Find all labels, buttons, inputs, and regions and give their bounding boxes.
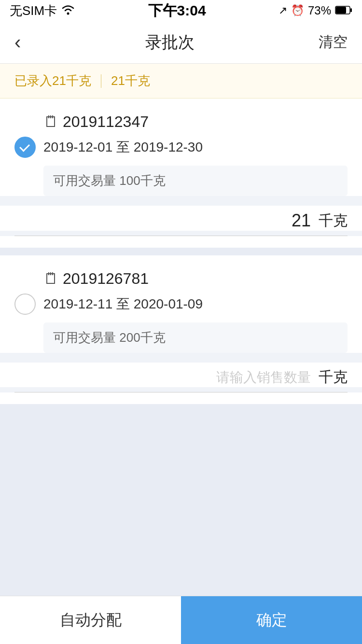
batch1-id-row: 🗒 2019112347 — [14, 113, 348, 131]
batch1-quantity: 21 — [292, 210, 311, 231]
alarm-icon: ⏰ — [291, 4, 304, 17]
section-divider — [0, 248, 362, 255]
gray-area — [0, 404, 362, 607]
batch1-date: 2019-12-01 至 2019-12-30 — [43, 138, 203, 156]
batch2-input-placeholder: 请输入销售数量 — [216, 368, 311, 387]
summary-divider — [101, 74, 101, 88]
clear-button[interactable]: 清空 — [319, 32, 348, 52]
battery-text: 73% — [308, 4, 331, 17]
batch2-date: 2019-12-11 至 2020-01-09 — [43, 295, 203, 313]
svg-rect-2 — [336, 7, 346, 14]
batch2-id: 2019126781 — [63, 270, 149, 288]
svg-rect-3 — [350, 8, 352, 12]
summary-value: 21千克 — [111, 72, 150, 89]
batch1-date-row[interactable]: 2019-12-01 至 2019-12-30 — [14, 137, 348, 158]
summary-bar: 已录入21千克 21千克 — [0, 64, 362, 98]
batch1-icon: 🗒 — [43, 113, 59, 131]
page-title: 录批次 — [145, 31, 195, 54]
batch2-unit: 千克 — [319, 367, 348, 387]
batch1-radio[interactable] — [14, 137, 36, 158]
batch1-quantity-area: 21 千克 — [0, 206, 362, 231]
sim-text: 无SIM卡 — [10, 2, 57, 19]
batch2-available: 可用交易量 200千克 — [43, 322, 348, 353]
batch2-radio[interactable] — [14, 294, 36, 315]
batch1-id: 2019112347 — [63, 113, 149, 131]
batch2-spacer — [0, 392, 362, 404]
batch2-date-row[interactable]: 2019-12-11 至 2020-01-09 — [14, 294, 348, 315]
batch-card-2: 🗒 2019126781 2019-12-11 至 2020-01-09 可用交… — [0, 255, 362, 353]
wifi-icon — [61, 3, 75, 18]
batch1-spacer — [0, 236, 362, 248]
batch2-icon: 🗒 — [43, 270, 59, 288]
entered-label: 已录入21千克 — [14, 72, 91, 89]
status-bar: 无SIM卡 下午3:04 ↗ ⏰ 73% — [0, 0, 362, 21]
batch1-available: 可用交易量 100千克 — [43, 166, 348, 196]
status-time: 下午3:04 — [148, 1, 206, 21]
batch1-unit: 千克 — [319, 211, 348, 231]
battery-icon — [335, 4, 352, 17]
location-icon: ↗ — [278, 4, 287, 17]
confirm-button[interactable]: 确定 — [181, 596, 362, 644]
batch-card-1: 🗒 2019112347 2019-12-01 至 2019-12-30 可用交… — [0, 98, 362, 196]
svg-point-0 — [67, 12, 70, 14]
back-button[interactable]: ‹ — [14, 31, 21, 53]
batch2-input-area[interactable]: 请输入销售数量 千克 — [0, 363, 362, 387]
bottom-bar: 自动分配 确定 — [0, 596, 362, 644]
auto-assign-button[interactable]: 自动分配 — [0, 596, 181, 644]
batch2-id-row: 🗒 2019126781 — [14, 270, 348, 288]
nav-bar: ‹ 录批次 清空 — [0, 21, 362, 64]
